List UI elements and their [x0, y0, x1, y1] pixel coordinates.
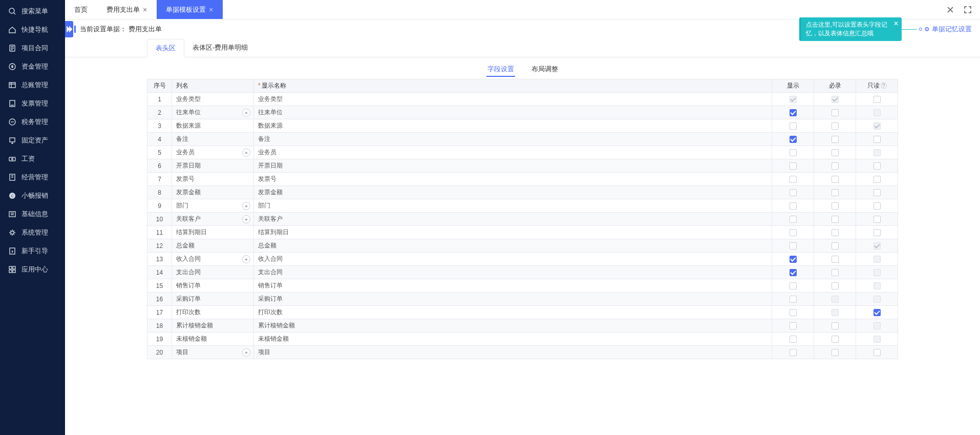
cell-display[interactable]: 发票号 — [254, 173, 772, 186]
config-tab-1[interactable]: 布局调整 — [530, 63, 559, 77]
checkbox[interactable] — [832, 189, 839, 196]
close-icon[interactable]: ✕ — [893, 19, 899, 28]
checkbox[interactable] — [790, 322, 797, 329]
cell-display[interactable]: 收入合同 — [254, 253, 772, 266]
checkbox[interactable] — [874, 136, 881, 143]
checkbox[interactable] — [832, 242, 839, 250]
cell-display[interactable]: 累计核销金额 — [254, 319, 772, 333]
sidebar-item-asset[interactable]: 固定资产 — [0, 131, 65, 150]
cell-display[interactable]: 开票日期 — [254, 159, 772, 173]
checkbox[interactable] — [874, 349, 881, 356]
checkbox[interactable] — [790, 216, 797, 223]
checkbox[interactable] — [874, 176, 881, 183]
sidebar-item-contract[interactable]: 项目合同 — [0, 39, 65, 57]
cell-display[interactable]: 部门 — [254, 199, 772, 213]
sidebar-item-info[interactable]: 基础信息 — [0, 205, 65, 223]
checkbox[interactable] — [790, 296, 797, 303]
memory-settings-link[interactable]: ⚙ 单据记忆设置 — [917, 25, 980, 34]
config-tab-0[interactable]: 字段设置 — [486, 63, 515, 77]
checkbox[interactable] — [832, 256, 839, 263]
checkbox[interactable] — [790, 256, 797, 263]
tab-0[interactable]: 首页 — [65, 0, 97, 19]
checkbox[interactable] — [832, 136, 839, 143]
cell-display[interactable]: 销售订单 — [254, 279, 772, 293]
checkbox[interactable] — [874, 202, 881, 210]
sidebar-item-tax[interactable]: 税务管理 — [0, 113, 65, 131]
checkbox[interactable] — [790, 176, 797, 183]
checkbox[interactable] — [790, 162, 797, 170]
cell-display[interactable]: 数据来源 — [254, 119, 772, 133]
area-tab-1[interactable]: 表体区-费用单明细 — [184, 39, 256, 57]
sidebar-item-business[interactable]: 经营管理 — [0, 168, 65, 187]
checkbox[interactable] — [832, 176, 839, 183]
checkbox[interactable] — [832, 282, 839, 289]
checkbox[interactable] — [790, 349, 797, 356]
cell-display[interactable]: 关联客户 — [254, 213, 772, 226]
checkbox[interactable] — [790, 309, 797, 316]
checkbox[interactable] — [874, 229, 881, 236]
checkbox[interactable] — [790, 229, 797, 236]
checkbox[interactable] — [832, 322, 839, 329]
checkbox[interactable] — [832, 149, 839, 156]
cell-display[interactable]: 打印次数 — [254, 306, 772, 319]
sidebar-item-apps[interactable]: 应用中心 — [0, 260, 65, 279]
cell-display[interactable]: 业务类型 — [254, 93, 772, 106]
close-icon[interactable]: × — [209, 6, 213, 14]
close-icon[interactable]: × — [143, 6, 147, 14]
add-icon[interactable]: + — [242, 215, 250, 223]
add-icon[interactable]: + — [242, 109, 250, 117]
checkbox[interactable] — [874, 162, 881, 170]
checkbox[interactable] — [790, 336, 797, 343]
sidebar-item-search[interactable]: 搜索菜单 — [0, 2, 65, 20]
help-icon[interactable]: ? — [881, 82, 887, 89]
checkbox[interactable] — [832, 122, 839, 130]
checkbox[interactable] — [790, 136, 797, 143]
area-tab-0[interactable]: 表头区 — [147, 39, 184, 57]
close-all-icon[interactable] — [945, 5, 955, 15]
checkbox[interactable] — [874, 309, 881, 316]
checkbox[interactable] — [874, 96, 881, 103]
cell-display[interactable]: 结算到期日 — [254, 226, 772, 239]
cell-display[interactable]: 未核销金额 — [254, 333, 772, 346]
checkbox[interactable] — [832, 349, 839, 356]
checkbox[interactable] — [790, 202, 797, 210]
checkbox[interactable] — [790, 242, 797, 250]
cell-display[interactable]: 支出合同 — [254, 266, 772, 279]
add-icon[interactable]: + — [242, 149, 250, 157]
checkbox[interactable] — [790, 189, 797, 196]
sidebar-item-guide[interactable]: 新手引导 — [0, 242, 65, 260]
sidebar-item-reimburse[interactable]: C小畅报销 — [0, 187, 65, 205]
sidebar-item-salary[interactable]: 工资 — [0, 150, 65, 168]
cell-display[interactable]: 项目 — [254, 346, 772, 359]
checkbox[interactable] — [874, 189, 881, 196]
checkbox[interactable] — [832, 162, 839, 170]
checkbox[interactable] — [790, 122, 797, 130]
checkbox[interactable] — [832, 269, 839, 276]
checkbox[interactable] — [874, 216, 881, 223]
checkbox[interactable] — [790, 269, 797, 276]
checkbox[interactable] — [832, 202, 839, 210]
cell-display[interactable]: 采购订单 — [254, 293, 772, 306]
cell-display[interactable]: 发票金额 — [254, 186, 772, 199]
collapse-toggle[interactable] — [65, 21, 73, 37]
cell-display[interactable]: 总金额 — [254, 239, 772, 253]
sidebar-item-system[interactable]: 系统管理 — [0, 223, 65, 242]
fullscreen-icon[interactable] — [963, 5, 973, 15]
add-icon[interactable]: + — [242, 202, 250, 210]
sidebar-item-money[interactable]: 资金管理 — [0, 57, 65, 76]
tab-1[interactable]: 费用支出单× — [97, 0, 157, 19]
cell-display[interactable]: 业务员 — [254, 146, 772, 159]
sidebar-item-home[interactable]: 快捷导航 — [0, 20, 65, 39]
sidebar-item-invoice[interactable]: 发票管理 — [0, 94, 65, 113]
add-icon[interactable]: + — [242, 348, 250, 357]
sidebar-item-ledger[interactable]: 总账管理 — [0, 76, 65, 94]
checkbox[interactable] — [832, 229, 839, 236]
add-icon[interactable]: + — [242, 255, 250, 263]
checkbox[interactable] — [832, 216, 839, 223]
checkbox[interactable] — [790, 149, 797, 156]
checkbox[interactable] — [790, 109, 797, 116]
checkbox[interactable] — [832, 336, 839, 343]
checkbox[interactable] — [832, 109, 839, 116]
tab-2[interactable]: 单据模板设置× — [157, 0, 223, 19]
cell-display[interactable]: 往来单位 — [254, 106, 772, 119]
